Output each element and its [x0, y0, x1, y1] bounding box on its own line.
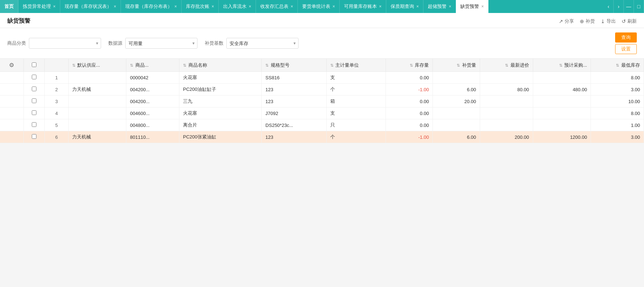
- query-button[interactable]: 查询: [615, 32, 637, 43]
- row-purchase-2: [533, 96, 591, 107]
- tab-11[interactable]: 缺货预警 ×: [456, 0, 488, 13]
- row-stock-5: -1.00: [386, 131, 432, 143]
- category-select[interactable]: [29, 38, 101, 49]
- datasource-select[interactable]: 可用量: [125, 38, 197, 49]
- col-price-header[interactable]: ⇅ 最新进价: [480, 59, 533, 72]
- tab-10[interactable]: 超储预警 ×: [423, 0, 456, 13]
- tab-3-close[interactable]: ×: [174, 4, 177, 9]
- data-table: ⚙ ⇅ 默认供应... ⇅ 商品... ⇅: [0, 59, 644, 143]
- row-checkbox-1[interactable]: [32, 87, 36, 91]
- filter-area: 商品分类 ▾ 数据源 可用量 ▾ 补货基数 安全库存: [0, 28, 644, 59]
- col-stock-header[interactable]: ⇅ 库存量: [386, 59, 432, 72]
- tab-7[interactable]: 要货单统计表 ×: [298, 0, 340, 13]
- select-all-checkbox[interactable]: [32, 62, 36, 67]
- col-minstock-header[interactable]: ⇅ 最低库存: [591, 59, 644, 72]
- unit-sort-icon: ⇅: [330, 63, 334, 67]
- datasource-filter-group: 数据源 可用量 ▾: [108, 38, 197, 49]
- table-row: 3 004200... 三九 123 箱 0.00 20.00 10.00: [0, 96, 644, 107]
- refresh-icon: ↺: [622, 18, 626, 24]
- tab-9[interactable]: 保质期查询 ×: [386, 0, 423, 13]
- tab-4-close[interactable]: ×: [212, 4, 214, 9]
- replenish-sort-icon: ⇅: [457, 63, 460, 67]
- col-name-header[interactable]: ⇅ 商品名称: [179, 59, 262, 72]
- row-num-0: 1: [45, 72, 68, 84]
- replenish-select[interactable]: 安全库存: [226, 38, 299, 49]
- tab-maximize-btn[interactable]: □: [634, 0, 644, 13]
- minstock-sort-icon: ⇅: [616, 63, 619, 67]
- row-name-1: PC200油缸缸子: [179, 84, 262, 96]
- replenish-button[interactable]: ⊕ 补货: [580, 18, 595, 25]
- col-supplier-header[interactable]: ⇅ 默认供应...: [68, 59, 126, 72]
- category-select-wrapper: ▾: [29, 38, 101, 49]
- tab-9-close[interactable]: ×: [416, 4, 419, 9]
- tab-2-close[interactable]: ×: [114, 4, 116, 9]
- row-code-5: 801110...: [126, 131, 179, 143]
- col-unit-header[interactable]: ⇅ 主计量单位: [326, 59, 386, 72]
- datasource-select-wrapper: 可用量 ▾: [125, 38, 197, 49]
- col-spec-header[interactable]: ⇅ 规格型号: [262, 59, 326, 72]
- tab-3[interactable]: 现存量（库存分布表） ×: [121, 0, 182, 13]
- row-check-2[interactable]: [23, 96, 45, 107]
- tab-8-close[interactable]: ×: [379, 4, 382, 9]
- export-button[interactable]: ⤓ 导出: [601, 18, 616, 25]
- row-minstock-2: 10.00: [591, 96, 644, 107]
- row-num-2: 3: [45, 96, 68, 107]
- row-checkbox-0[interactable]: [32, 75, 36, 79]
- row-purchase-4: [533, 119, 591, 131]
- row-code-0: 0000042: [126, 72, 179, 84]
- header-actions: ↗ 分享 ⊕ 补货 ⤓ 导出 ↺ 刷新: [559, 18, 637, 25]
- row-code-3: 004600...: [126, 107, 179, 119]
- settings-button[interactable]: 设置: [615, 44, 637, 54]
- table-header-row: ⚙ ⇅ 默认供应... ⇅ 商品... ⇅: [0, 59, 644, 72]
- row-settings-4: [0, 119, 23, 131]
- row-check-0[interactable]: [23, 72, 45, 84]
- row-checkbox-3[interactable]: [32, 110, 36, 115]
- tab-5-close[interactable]: ×: [249, 4, 251, 9]
- col-code-header[interactable]: ⇅ 商品...: [126, 59, 179, 72]
- col-check-header[interactable]: [23, 59, 45, 72]
- row-check-5[interactable]: [23, 131, 45, 143]
- row-check-1[interactable]: [23, 84, 45, 96]
- tab-6-close[interactable]: ×: [291, 4, 293, 9]
- tab-10-close[interactable]: ×: [449, 4, 451, 9]
- tab-4[interactable]: 库存批次账 ×: [182, 0, 219, 13]
- row-price-0: [480, 72, 533, 84]
- col-replenish-header[interactable]: ⇅ 补货量: [433, 59, 480, 72]
- tab-prev-btn[interactable]: ‹: [604, 0, 614, 13]
- row-price-3: [480, 107, 533, 119]
- page-header: 缺货预警 ↗ 分享 ⊕ 补货 ⤓ 导出 ↺ 刷新: [0, 13, 644, 28]
- row-check-3[interactable]: [23, 107, 45, 119]
- price-sort-icon: ⇅: [505, 63, 508, 67]
- refresh-button[interactable]: ↺ 刷新: [622, 18, 637, 25]
- row-checkbox-2[interactable]: [32, 98, 36, 103]
- row-unit-4: 只: [326, 119, 386, 131]
- supplier-sort-icon: ⇅: [72, 63, 75, 67]
- col-num-header: [45, 59, 68, 72]
- tab-minimize-btn[interactable]: —: [624, 0, 634, 13]
- share-icon: ↗: [559, 18, 563, 24]
- row-code-2: 004200...: [126, 96, 179, 107]
- col-purchase-header[interactable]: ⇅ 预计采购...: [533, 59, 591, 72]
- tab-6[interactable]: 收发存汇总表 ×: [256, 0, 298, 13]
- tab-next-btn[interactable]: ›: [614, 0, 624, 13]
- row-checkbox-4[interactable]: [32, 122, 36, 127]
- settings-gear-icon[interactable]: ⚙: [9, 62, 14, 68]
- purchase-sort-icon: ⇅: [559, 63, 562, 67]
- tab-home[interactable]: 首页: [0, 0, 18, 13]
- tab-8[interactable]: 可用量库存账本 ×: [340, 0, 386, 13]
- col-settings-header[interactable]: ⚙: [0, 59, 23, 72]
- row-checkbox-5[interactable]: [32, 134, 36, 139]
- table-row: 4 004600... 火花塞 J7092 支 0.00 8.00: [0, 107, 644, 119]
- tab-11-close[interactable]: ×: [481, 4, 484, 9]
- row-minstock-0: 8.00: [591, 72, 644, 84]
- row-unit-0: 支: [326, 72, 386, 84]
- tab-1[interactable]: 拣货异常处理 ×: [18, 0, 60, 13]
- row-check-4[interactable]: [23, 119, 45, 131]
- share-button[interactable]: ↗ 分享: [559, 18, 574, 25]
- tab-5[interactable]: 出入库流水 ×: [219, 0, 256, 13]
- tab-2[interactable]: 现存量（库存状况表） ×: [60, 0, 121, 13]
- tab-1-close[interactable]: ×: [53, 4, 56, 9]
- code-sort-icon: ⇅: [130, 63, 133, 67]
- tab-7-close[interactable]: ×: [332, 4, 335, 9]
- page-title: 缺货预警: [7, 17, 30, 25]
